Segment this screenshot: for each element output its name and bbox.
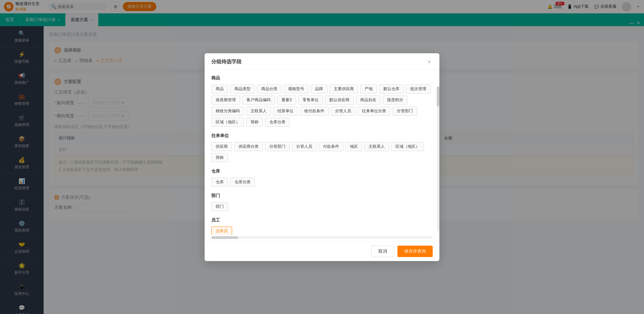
field-warehouse-cat[interactable]: 仓库分类 (265, 118, 290, 127)
section-product: 商品 商品 商品类型 商品分类 规格型号 品牌 主要供应商 产地 默认仓库 批次… (211, 75, 433, 127)
modal-body[interactable]: 商品 商品 商品类型 商品分类 规格型号 品牌 主要供应商 产地 默认仓库 批次… (205, 70, 439, 235)
field-default-warehouse[interactable]: 默认仓库 (379, 84, 404, 93)
modal-scrollbar-y[interactable] (437, 86, 439, 232)
modal-footer: 取消 保存并查询 (205, 241, 439, 261)
field-batch-mgmt[interactable]: 批次管理 (406, 84, 431, 93)
modal-close-btn[interactable]: × (426, 59, 433, 65)
field-retail-unit[interactable]: 零售单位 (298, 96, 323, 105)
field-main-contact[interactable]: 主联系人 (246, 107, 271, 116)
modal-overlay: 分组待选字段 × 商品 商品 商品类型 商品分类 规格型号 品牌 主要供应商 产… (0, 0, 644, 314)
field-mgmt-dept[interactable]: 分管部门 (392, 107, 417, 116)
section-employee: 员工 业务员 (211, 217, 433, 235)
employee-fields: 业务员 (211, 227, 433, 235)
section-product-title: 商品 (211, 75, 433, 81)
field-dept[interactable]: 部门 (211, 202, 228, 211)
field-product-alias[interactable]: 商品别名 (356, 96, 381, 105)
field-settlement-unit[interactable]: 结算单位 (273, 107, 298, 116)
section-warehouse: 仓库 仓库 仓库分类 (211, 168, 433, 187)
field-pickup-points[interactable]: 拣货积分 (383, 96, 408, 105)
field-short2[interactable]: 简称 (211, 153, 228, 162)
modal-cancel-btn[interactable]: 取消 (371, 246, 394, 257)
field-salesperson[interactable]: 业务员 (211, 227, 232, 235)
modal-scrollbar-x[interactable] (211, 236, 433, 238)
field-weight3[interactable]: 重量3 (277, 96, 296, 105)
product-fields: 商品 商品类型 商品分类 规格型号 品牌 主要供应商 产地 默认仓库 批次管理 … (211, 84, 433, 127)
field-short-name[interactable]: 简称 (246, 118, 263, 127)
field-payment-cond[interactable]: 付款条件 (319, 142, 343, 151)
modal-header: 分组待选字段 × (205, 53, 439, 70)
field-origin[interactable]: 产地 (360, 84, 377, 93)
modal-confirm-btn[interactable]: 保存并查询 (397, 246, 433, 257)
field-region2[interactable]: 地区 (345, 142, 362, 151)
field-payment-terms[interactable]: 收付款条件 (300, 107, 329, 116)
modal: 分组待选字段 × 商品 商品 商品类型 商品分类 规格型号 品牌 主要供应商 产… (205, 53, 439, 261)
warehouse-fields: 仓库 仓库分类 (211, 178, 433, 187)
section-dept: 部门 部门 (211, 193, 433, 211)
field-mgmt-dept2[interactable]: 分管部门 (265, 142, 290, 151)
field-product-category[interactable]: 商品分类 (257, 84, 282, 93)
partner-fields: 供应商 供应商分类 分管部门 分管人员 付款条件 地区 主联系人 区域（地区） … (211, 142, 433, 162)
field-region[interactable]: 区域（地区） (211, 118, 244, 127)
field-mgmt-person2[interactable]: 分管人员 (292, 142, 317, 151)
modal-scrollbar-x-thumb (211, 236, 238, 239)
field-region3[interactable]: 区域（地区） (391, 142, 424, 151)
field-default-supplier[interactable]: 默认供应商 (325, 96, 354, 105)
section-employee-title: 员工 (211, 217, 433, 223)
field-supplier-cat[interactable]: 供应商分类 (234, 142, 263, 151)
field-main-supplier[interactable]: 主要供应商 (329, 84, 358, 93)
field-supplier[interactable]: 供应商 (211, 142, 232, 151)
field-product[interactable]: 商品 (211, 84, 228, 93)
modal-scrollbar-thumb (437, 86, 439, 107)
field-spec-type[interactable]: 规格型号 (284, 84, 309, 93)
modal-title: 分组待选字段 (211, 59, 241, 65)
field-warehouse-cat2[interactable]: 仓库分类 (230, 178, 255, 187)
field-product-type[interactable]: 商品类型 (230, 84, 255, 93)
section-partner: 往来单位 供应商 供应商分类 分管部门 分管人员 付款条件 地区 主联系人 区域… (211, 133, 433, 162)
field-brand[interactable]: 品牌 (311, 84, 327, 93)
dept-fields: 部门 (211, 202, 433, 211)
section-partner-title: 往来单位 (211, 133, 433, 139)
field-main-contact2[interactable]: 主联系人 (364, 142, 389, 151)
field-expiry-mgmt[interactable]: 保质期管理 (211, 96, 240, 105)
field-warehouse[interactable]: 仓库 (211, 178, 228, 187)
field-tax-category[interactable]: 税收分类编码 (211, 107, 244, 116)
field-home-unit-cat[interactable]: 往来单位分类 (358, 107, 390, 116)
field-customer-code[interactable]: 客户商品编码 (242, 96, 275, 105)
section-dept-title: 部门 (211, 193, 433, 199)
field-supervisor[interactable]: 分管人员 (331, 107, 356, 116)
section-warehouse-title: 仓库 (211, 168, 433, 174)
